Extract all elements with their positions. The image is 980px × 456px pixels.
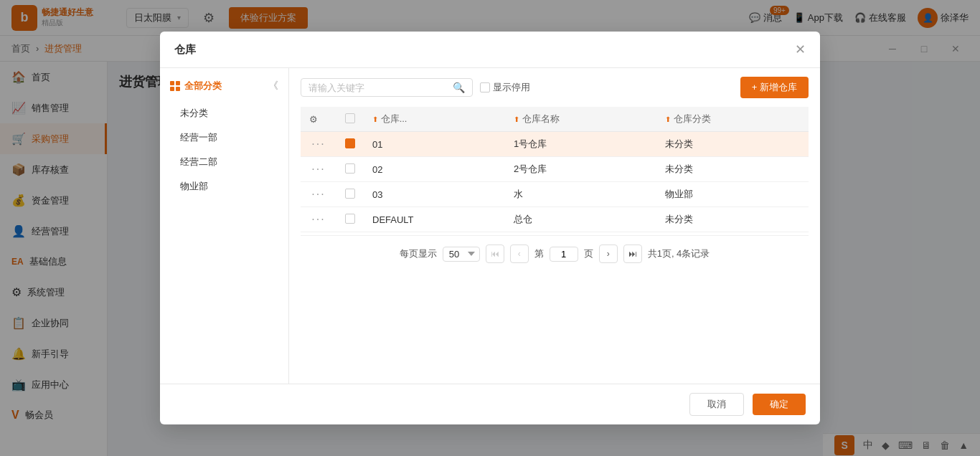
row-name-cell: 2号仓库 xyxy=(505,157,657,182)
row-category-cell: 未分类 xyxy=(656,207,809,232)
row-actions-cell: ··· xyxy=(301,157,336,182)
dialog-footer: 取消 确定 xyxy=(160,384,820,424)
dialog-body: 全部分类 《 未分类 经营一部 经营二部 物业部 xyxy=(160,68,820,384)
table-row[interactable]: ··· DEFAULT 总仓 未分类 xyxy=(301,207,809,232)
row-actions-icon[interactable]: ··· xyxy=(311,163,325,175)
row-name-cell: 总仓 xyxy=(505,207,657,232)
row-name-cell: 水 xyxy=(505,182,657,207)
warehouse-dialog: 仓库 ✕ 全部分类 《 未分类 xyxy=(160,32,820,424)
row-code-cell: 01 xyxy=(364,132,505,157)
row-category-cell: 未分类 xyxy=(656,132,809,157)
category-panel: 全部分类 《 未分类 经营一部 经营二部 物业部 xyxy=(160,68,289,384)
row-actions-cell: ··· xyxy=(301,207,336,232)
table-row[interactable]: ··· 03 水 物业部 xyxy=(301,182,809,207)
grid-icon xyxy=(170,81,180,91)
category-panel-header: 全部分类 《 xyxy=(160,74,288,98)
row-actions-icon[interactable]: ··· xyxy=(311,213,325,225)
dialog-title: 仓库 xyxy=(174,43,196,57)
show-disabled-checkbox[interactable] xyxy=(480,82,490,92)
table-body: ··· 01 1号仓库 未分类 ··· 02 2号仓库 未分类 ··· 03 水… xyxy=(301,132,809,232)
last-page-button[interactable]: ⏭ xyxy=(623,244,642,263)
row-check-cell xyxy=(336,182,364,207)
warehouse-table: ⚙ ⬆ 仓库... ⬆ 仓库名称 xyxy=(301,107,809,232)
row-checkbox[interactable] xyxy=(345,138,355,148)
row-checkbox[interactable] xyxy=(345,214,355,224)
row-check-cell xyxy=(336,132,364,157)
col-category-header[interactable]: ⬆ 仓库分类 xyxy=(656,107,809,132)
table-row[interactable]: ··· 01 1号仓库 未分类 xyxy=(301,132,809,157)
page-word: 第 xyxy=(534,247,544,260)
per-page-label: 每页显示 xyxy=(400,247,437,260)
right-panel: 🔍 显示停用 + 新增仓库 ⚙ xyxy=(289,68,820,384)
pagination: 每页显示 50 20 100 ⏮ ‹ 第 页 › ⏭ 共1页, 4条记录 xyxy=(301,235,809,272)
row-checkbox[interactable] xyxy=(345,163,355,174)
row-code-cell: DEFAULT xyxy=(364,207,505,232)
search-bar: 🔍 显示停用 + 新增仓库 xyxy=(301,77,809,98)
row-check-cell xyxy=(336,157,364,182)
col-check-header xyxy=(336,107,364,132)
page-number-input[interactable] xyxy=(550,247,578,262)
search-input[interactable] xyxy=(308,82,453,93)
cancel-button[interactable]: 取消 xyxy=(689,393,744,416)
sort-icon-name: ⬆ xyxy=(514,115,519,123)
dialog-header: 仓库 ✕ xyxy=(160,32,820,68)
page-label: 页 xyxy=(584,247,593,260)
table-header-row: ⚙ ⬆ 仓库... ⬆ 仓库名称 xyxy=(301,107,809,132)
collapse-panel-button[interactable]: 《 xyxy=(268,80,278,92)
search-input-wrap: 🔍 xyxy=(301,78,473,97)
table-row[interactable]: ··· 02 2号仓库 未分类 xyxy=(301,157,809,182)
row-actions-icon[interactable]: ··· xyxy=(311,138,325,150)
page-summary: 共1页, 4条记录 xyxy=(648,247,710,260)
next-page-button[interactable]: › xyxy=(599,244,618,263)
row-code-cell: 02 xyxy=(364,157,505,182)
category-item-property[interactable]: 物业部 xyxy=(160,174,288,199)
new-warehouse-button[interactable]: + 新增仓库 xyxy=(740,77,809,98)
row-category-cell: 未分类 xyxy=(656,157,809,182)
col-code-header[interactable]: ⬆ 仓库... xyxy=(364,107,505,132)
row-name-cell: 1号仓库 xyxy=(505,132,657,157)
select-all-checkbox[interactable] xyxy=(345,113,355,123)
row-category-cell: 物业部 xyxy=(656,182,809,207)
category-item-ops2[interactable]: 经营二部 xyxy=(160,150,288,174)
row-actions-cell: ··· xyxy=(301,182,336,207)
sort-icon-code: ⬆ xyxy=(372,115,378,123)
category-item-uncategorized[interactable]: 未分类 xyxy=(160,101,288,125)
confirm-button[interactable]: 确定 xyxy=(753,394,806,415)
all-category-btn[interactable]: 全部分类 xyxy=(170,80,222,92)
col-setting-header[interactable]: ⚙ xyxy=(301,107,336,132)
row-code-cell: 03 xyxy=(364,182,505,207)
show-disabled-checkbox-label[interactable]: 显示停用 xyxy=(480,81,530,94)
per-page-select[interactable]: 50 20 100 xyxy=(443,247,480,262)
category-list: 未分类 经营一部 经营二部 物业部 xyxy=(160,98,288,201)
row-checkbox[interactable] xyxy=(345,189,355,199)
row-check-cell xyxy=(336,207,364,232)
prev-page-button[interactable]: ‹ xyxy=(510,244,529,263)
row-actions-icon[interactable]: ··· xyxy=(311,188,325,200)
dialog-close-button[interactable]: ✕ xyxy=(795,42,806,57)
first-page-button[interactable]: ⏮ xyxy=(486,244,504,263)
row-actions-cell: ··· xyxy=(301,132,336,157)
category-item-ops1[interactable]: 经营一部 xyxy=(160,125,288,150)
col-name-header[interactable]: ⬆ 仓库名称 xyxy=(505,107,657,132)
all-category-label: 全部分类 xyxy=(184,80,222,92)
search-icon[interactable]: 🔍 xyxy=(453,82,465,93)
show-disabled-label: 显示停用 xyxy=(493,81,530,94)
sort-icon-category: ⬆ xyxy=(665,115,671,123)
